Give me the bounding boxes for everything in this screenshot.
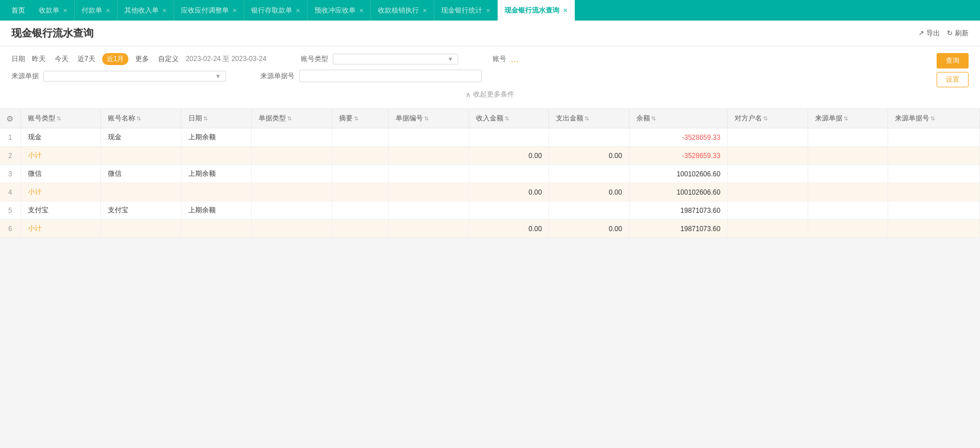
cell-account_name: 微信 [101, 165, 182, 183]
date-option-昨天[interactable]: 昨天 [30, 53, 48, 65]
source-doc-arrow: ▼ [215, 73, 221, 79]
collapse-icon: ∧ [466, 91, 471, 99]
cell-date: 上期余额 [181, 128, 252, 147]
col-label-source_doc: 来源单据 [815, 114, 842, 122]
col-header-balance[interactable]: 余额⇅ [629, 109, 727, 128]
nav-tab-shoukuanhexiao[interactable]: 收款核销执行✕ [371, 0, 434, 21]
close-icon[interactable]: ✕ [563, 7, 567, 14]
cell-balance: 19871073.60 [629, 201, 727, 220]
col-header-date[interactable]: 日期⇅ [181, 109, 252, 128]
cell-income [469, 128, 549, 147]
cell-expense [549, 128, 630, 147]
col-header-source_doc[interactable]: 来源单据⇅ [808, 109, 888, 128]
cell-source_doc_no [888, 220, 980, 238]
settings-gear-icon[interactable]: ⚙ [6, 114, 14, 123]
close-icon[interactable]: ✕ [232, 7, 237, 14]
cell-income: 0.00 [469, 183, 549, 201]
export-icon: ↗ [918, 29, 924, 37]
cell-source_doc_no [888, 201, 980, 220]
right-buttons: 查询 设置 [937, 53, 969, 87]
col-header-summary[interactable]: 摘要⇅ [332, 109, 389, 128]
table-row: 2小计0.000.00-3528659.33 [0, 147, 980, 165]
col-label-doc_no: 单据编号 [396, 114, 423, 122]
collapse-bar[interactable]: ∧ 收起更多条件 [11, 87, 969, 102]
cell-date [181, 183, 252, 201]
cell-doc_no [389, 128, 469, 147]
cell-balance: 100102606.60 [629, 165, 727, 183]
close-icon[interactable]: ✕ [162, 7, 167, 14]
nav-tab-yushouzhongying[interactable]: 预收冲应收单✕ [308, 0, 371, 21]
date-option-近1月[interactable]: 近1月 [102, 53, 129, 65]
cell-account_name [101, 183, 182, 201]
cell-income: 0.00 [469, 220, 549, 238]
close-icon[interactable]: ✕ [486, 7, 490, 14]
cell-income [469, 201, 549, 220]
cell-balance: 100102606.60 [629, 183, 727, 201]
cell-doc_no [389, 147, 469, 165]
cell-expense [549, 201, 630, 220]
nav-tab-shoukuan[interactable]: 收款单✕ [32, 0, 75, 21]
export-button[interactable]: ↗ 导出 [918, 29, 940, 38]
cell-settings: 3 [0, 165, 21, 183]
sort-icon-account_name: ⇅ [136, 115, 141, 122]
col-header-doc_type[interactable]: 单据类型⇅ [252, 109, 332, 128]
cell-settings: 5 [0, 201, 21, 220]
cell-account_type: 支付宝 [21, 201, 101, 220]
col-label-expense: 支出金额 [556, 114, 583, 122]
filter-main: 日期 昨天今天近7天近1月更多自定义 2023-02-24 至 2023-03-… [11, 53, 969, 87]
account-type-label: 账号类型 [301, 54, 328, 64]
settings-button[interactable]: 设置 [937, 72, 969, 87]
date-option-自定义[interactable]: 自定义 [156, 53, 181, 65]
filter-left: 日期 昨天今天近7天近1月更多自定义 2023-02-24 至 2023-03-… [11, 53, 937, 87]
date-option-今天[interactable]: 今天 [53, 53, 71, 65]
col-header-account_type[interactable]: 账号类型⇅ [21, 109, 101, 128]
nav-tab-yingshoyingfu[interactable]: 应收应付调整单✕ [174, 0, 244, 21]
source-doc-no-input[interactable] [299, 70, 482, 82]
close-icon[interactable]: ✕ [296, 7, 300, 14]
cell-source_doc_no [888, 147, 980, 165]
col-header-account_name[interactable]: 账号名称⇅ [101, 109, 182, 128]
col-header-counterpart[interactable]: 对方户名⇅ [728, 109, 808, 128]
account-type-select[interactable]: ▼ [333, 54, 458, 64]
nav-tab-yinhangcunqu[interactable]: 银行存取款单✕ [244, 0, 308, 21]
query-button[interactable]: 查询 [937, 53, 969, 68]
cell-settings: 1 [0, 128, 21, 147]
nav-tab-fukuan[interactable]: 付款单✕ [75, 0, 118, 21]
sort-icon-doc_no: ⇅ [424, 115, 429, 122]
export-label: 导出 [926, 29, 940, 38]
cell-settings: 6 [0, 220, 21, 238]
sort-icon-income: ⇅ [505, 115, 509, 122]
date-option-更多[interactable]: 更多 [133, 53, 151, 65]
cell-doc_no [389, 220, 469, 238]
date-range: 2023-02-24 至 2023-03-24 [185, 54, 266, 64]
sort-icon-expense: ⇅ [584, 115, 589, 122]
date-option-近7天[interactable]: 近7天 [75, 53, 98, 65]
account-dots-button[interactable]: ... [511, 54, 518, 64]
nav-tab-label: 现金银行流水查询 [505, 6, 559, 15]
col-header-income[interactable]: 收入金额⇅ [469, 109, 549, 128]
table-row: 5支付宝支付宝上期余额19871073.60 [0, 201, 980, 220]
nav-tab-xianjinliushui[interactable]: 现金银行流水查询✕ [498, 0, 575, 21]
close-icon[interactable]: ✕ [106, 7, 110, 14]
nav-tab-qitashouru[interactable]: 其他收入单✕ [118, 0, 174, 21]
cell-doc_type [252, 147, 332, 165]
close-icon[interactable]: ✕ [63, 7, 67, 14]
close-icon[interactable]: ✕ [359, 7, 364, 14]
cell-summary [332, 201, 389, 220]
col-header-expense[interactable]: 支出金额⇅ [549, 109, 630, 128]
refresh-button[interactable]: ↻ 刷新 [947, 29, 969, 38]
col-header-settings: ⚙ [0, 109, 21, 128]
source-doc-select[interactable]: ▼ [43, 71, 226, 82]
col-header-source_doc_no[interactable]: 来源单据号⇅ [888, 109, 980, 128]
date-filter-group: 日期 昨天今天近7天近1月更多自定义 2023-02-24 至 2023-03-… [11, 53, 267, 65]
nav-tab-xianjinyinhang[interactable]: 现金银行统计✕ [434, 0, 498, 21]
col-label-date: 日期 [188, 114, 202, 122]
sort-icon-source_doc: ⇅ [844, 115, 848, 122]
nav-home[interactable]: 首页 [5, 6, 32, 15]
cell-account_type: 微信 [21, 165, 101, 183]
cell-source_doc [808, 183, 888, 201]
cell-account_type: 小计 [21, 147, 101, 165]
table-row: 4小计0.000.00100102606.60 [0, 183, 980, 201]
col-header-doc_no[interactable]: 单据编号⇅ [389, 109, 469, 128]
close-icon[interactable]: ✕ [422, 7, 427, 14]
